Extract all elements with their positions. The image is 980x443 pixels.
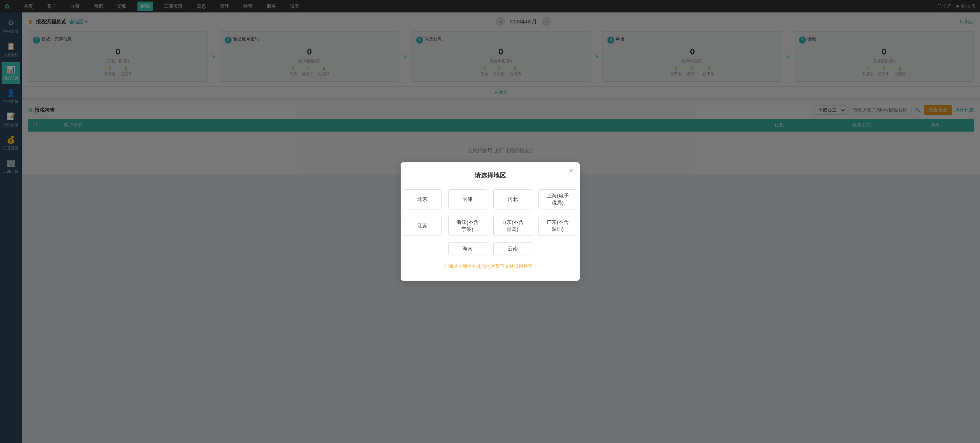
modal-title: 请选择地区 (413, 172, 567, 180)
region-btn-jiangsu[interactable]: 江苏 (403, 216, 442, 236)
region-btn-shandong[interactable]: 山东(不含青岛) (493, 216, 532, 236)
warning-icon: ⚠ (443, 264, 447, 269)
modal-warning: ⚠ 除以上地区外其他地区暂不支持报税检查！ (413, 263, 567, 270)
region-select-modal: × 请选择地区 北京 天津 河北 上海(电子税局) 江苏 浙江(不含宁波) 山东… (401, 162, 580, 281)
region-btn-guangdong[interactable]: 广东(不含深圳) (538, 216, 577, 236)
modal-close-btn[interactable]: × (569, 167, 574, 175)
region-btn-tianjin[interactable]: 天津 (448, 189, 487, 209)
region-btn-shanghai[interactable]: 上海(电子税局) (538, 189, 577, 209)
region-btn-hebei[interactable]: 河北 (493, 189, 532, 209)
region-btn-beijing[interactable]: 北京 (403, 189, 442, 209)
region-btn-yunnan[interactable]: 云南 (493, 242, 532, 255)
region-row-3: 海南 云南 (413, 242, 567, 255)
region-row-2: 江苏 浙江(不含宁波) 山东(不含青岛) 广东(不含深圳) (413, 216, 567, 236)
region-row-1: 北京 天津 河北 上海(电子税局) (413, 189, 567, 209)
region-btn-zhejiang[interactable]: 浙江(不含宁波) (448, 216, 487, 236)
region-grid: 北京 天津 河北 上海(电子税局) 江苏 浙江(不含宁波) 山东(不含青岛) 广… (413, 189, 567, 255)
warning-text: 除以上地区外其他地区暂不支持报税检查！ (449, 263, 537, 270)
modal-overlay: × 请选择地区 北京 天津 河北 上海(电子税局) 江苏 浙江(不含宁波) 山东… (0, 0, 980, 443)
region-btn-hainan[interactable]: 海南 (448, 242, 487, 255)
